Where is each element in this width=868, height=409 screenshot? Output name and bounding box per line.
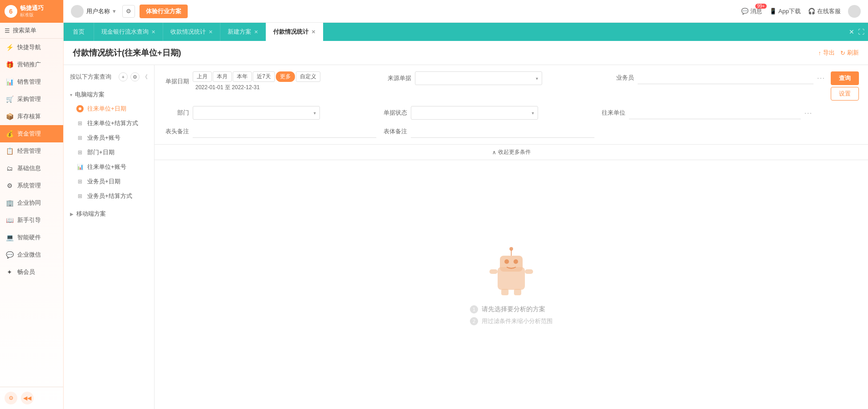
staff-input[interactable] — [638, 71, 814, 84]
right-area: 单据日期 上月 本月 本年 近7天 更多 自定义 20 — [155, 65, 868, 409]
date-custom-btn[interactable]: 自定义 — [296, 71, 320, 82]
tab-label: 首页 — [73, 28, 85, 36]
tab-label: 现金银行流水查询 — [101, 28, 149, 36]
date-7days-btn[interactable]: 近7天 — [253, 71, 275, 82]
app-download-label: App下载 — [778, 7, 801, 15]
close-all-tabs-btn[interactable]: ✕ — [849, 28, 854, 35]
scheme-item-staff-account[interactable]: ⊞业务员+账号 — [64, 131, 154, 145]
svg-rect-5 — [489, 269, 498, 274]
dropdown-arrow-icon[interactable]: ▾ — [113, 8, 116, 15]
inventory-icon: 📦 — [5, 112, 14, 121]
sidebar-item-marketing[interactable]: 🎁营销推广 — [0, 56, 63, 73]
topbar-avatar[interactable] — [848, 5, 861, 18]
tab-receipts[interactable]: 收款情况统计✕ — [163, 23, 220, 41]
staff-label: 业务员 — [609, 74, 634, 82]
collapse-icon[interactable]: ◀◀ — [21, 392, 34, 404]
body-note-label: 表体备注 — [382, 127, 407, 136]
tab-close-icon[interactable]: ✕ — [254, 29, 258, 35]
tab-payments[interactable]: 付款情况统计✕ — [266, 23, 323, 41]
mobile-schemes-group: ▶ 移动端方案 — [64, 205, 154, 222]
chart-icon: 📊 — [76, 163, 84, 171]
scheme-active-icon — [76, 105, 84, 112]
scheme-item-counterpart-account[interactable]: 📊往来单位+账号 — [64, 160, 154, 174]
refresh-label: 刷新 — [847, 49, 859, 57]
search-menu-label: 搜索菜单 — [13, 26, 36, 35]
sidebar-item-operation[interactable]: 📋经营管理 — [0, 142, 63, 160]
scheme-item-label: 往来单位+账号 — [87, 163, 126, 171]
sidebar-item-wechat[interactable]: 💬企业微信 — [0, 246, 63, 263]
topbar-settings-btn[interactable]: ⚙ — [122, 5, 135, 18]
tab-close-icon[interactable]: ✕ — [151, 29, 155, 35]
arrow-right-icon: ▶ — [70, 212, 74, 217]
date-current-month-btn[interactable]: 本月 — [213, 71, 232, 82]
desktop-schemes-title[interactable]: ▾ 电脑端方案 — [64, 88, 154, 101]
page: 付款情况统计(往来单位+日期) ↑ 导出 ↻ 刷新 按以下方案查询 + — [64, 41, 868, 409]
table-icon: ⊞ — [76, 192, 84, 200]
manage-scheme-btn[interactable]: ⚙ — [130, 72, 140, 81]
desktop-schemes-group: ▾ 电脑端方案 往来单位+日期⊞往来单位+结算方式⊞业务员+账号⊞部门+日期📊往… — [64, 86, 154, 205]
sidebar-item-basic[interactable]: 🗂基础信息 — [0, 160, 63, 177]
sidebar-item-purchase[interactable]: 🛒采购管理 — [0, 91, 63, 108]
dept-select[interactable]: ▾ — [193, 106, 320, 120]
left-panel: 按以下方案查询 + ⚙ 《 ▾ 电脑端方案 往来单位+日期⊞往来单位+结算方式⊞… — [64, 65, 155, 409]
online-service-btn[interactable]: 🎧 在线客服 — [808, 7, 841, 15]
arrow-down-icon: ▾ — [70, 92, 72, 97]
operation-icon: 📋 — [5, 147, 14, 155]
quick-nav-icon: ⚡ — [5, 43, 14, 51]
svg-rect-2 — [500, 256, 523, 272]
sidebar-item-sales[interactable]: 📊销售管理 — [0, 73, 63, 91]
topbar-user[interactable]: 用户名称 ▾ — [71, 5, 116, 18]
sidebar-item-label: 采购管理 — [17, 95, 41, 103]
counterpart-input[interactable] — [629, 106, 801, 119]
doc-status-select[interactable]: ▾ — [411, 106, 538, 120]
tab-home[interactable]: 首页 — [64, 23, 94, 41]
sidebar-item-guide[interactable]: 📖新手引导 — [0, 212, 63, 229]
source-select[interactable]: ▾ — [415, 71, 542, 85]
tab-close-icon[interactable]: ✕ — [209, 29, 213, 35]
collapse-bar[interactable]: ∧ 收起更多条件 — [155, 145, 868, 160]
date-current-year-btn[interactable]: 本年 — [233, 71, 252, 82]
scheme-item-counterpart-settle[interactable]: ⊞往来单位+结算方式 — [64, 116, 154, 131]
app-download-btn[interactable]: 📱 App下载 — [769, 7, 801, 15]
date-last-month-btn[interactable]: 上月 — [193, 71, 212, 82]
empty-illustration — [484, 244, 539, 299]
svg-point-3 — [504, 259, 509, 264]
staff-more-icon[interactable]: ··· — [817, 74, 825, 81]
settings-btn[interactable]: 设置 — [831, 87, 859, 101]
refresh-btn[interactable]: ↻ 刷新 — [840, 49, 859, 57]
export-btn[interactable]: ↑ 导出 — [818, 49, 835, 57]
expand-tab-btn[interactable]: ⛶ — [858, 28, 864, 35]
settings-icon[interactable]: ⚙ — [5, 392, 17, 404]
sidebar-item-system[interactable]: ⚙系统管理 — [0, 177, 63, 194]
table-icon: ⊞ — [76, 178, 84, 185]
add-scheme-btn[interactable]: + — [119, 72, 128, 81]
sidebar-item-enterprise[interactable]: 🏢企业协同 — [0, 194, 63, 212]
header-note-input[interactable] — [193, 125, 376, 138]
counterpart-more-icon[interactable]: ··· — [804, 109, 813, 116]
tab-bank[interactable]: 现金银行流水查询✕ — [94, 23, 163, 41]
query-btn[interactable]: 查询 — [831, 71, 859, 85]
body-note-input[interactable] — [411, 125, 594, 138]
mobile-schemes-label: 移动端方案 — [76, 210, 106, 218]
scheme-item-staff-settle[interactable]: ⊞业务员+结算方式 — [64, 189, 154, 203]
messages-btn[interactable]: 💬 消息 99+ — [741, 7, 762, 15]
sidebar-item-label: 基础信息 — [17, 164, 41, 172]
search-menu[interactable]: ☰ 搜索菜单 — [0, 23, 63, 39]
sidebar-item-vip[interactable]: ✦畅会员 — [0, 263, 63, 281]
sidebar-item-hardware[interactable]: 💻智能硬件 — [0, 229, 63, 246]
sidebar-item-inventory[interactable]: 📦库存核算 — [0, 108, 63, 125]
collapse-panel-btn[interactable]: 《 — [142, 73, 148, 81]
sidebar-item-quick-nav[interactable]: ⚡快捷导航 — [0, 39, 63, 56]
scheme-item-dept-date[interactable]: ⊞部门+日期 — [64, 145, 154, 160]
scheme-item-staff-date[interactable]: ⊞业务员+日期 — [64, 174, 154, 189]
date-more-btn[interactable]: 更多 — [276, 71, 295, 82]
tab-close-icon[interactable]: ✕ — [311, 29, 315, 35]
filter-panel: 单据日期 上月 本月 本年 近7天 更多 自定义 20 — [155, 65, 868, 145]
sidebar-item-finance[interactable]: 💰资金管理 — [0, 125, 63, 142]
scheme-item-label: 往来单位+结算方式 — [87, 119, 138, 127]
mobile-schemes-title[interactable]: ▶ 移动端方案 — [64, 207, 154, 221]
scheme-item-counterpart-date[interactable]: 往来单位+日期 — [64, 101, 154, 116]
desktop-schemes-label: 电脑端方案 — [75, 91, 105, 99]
trial-btn[interactable]: 体验行业方案 — [140, 5, 188, 18]
tab-new-scheme[interactable]: 新建方案✕ — [220, 23, 266, 41]
